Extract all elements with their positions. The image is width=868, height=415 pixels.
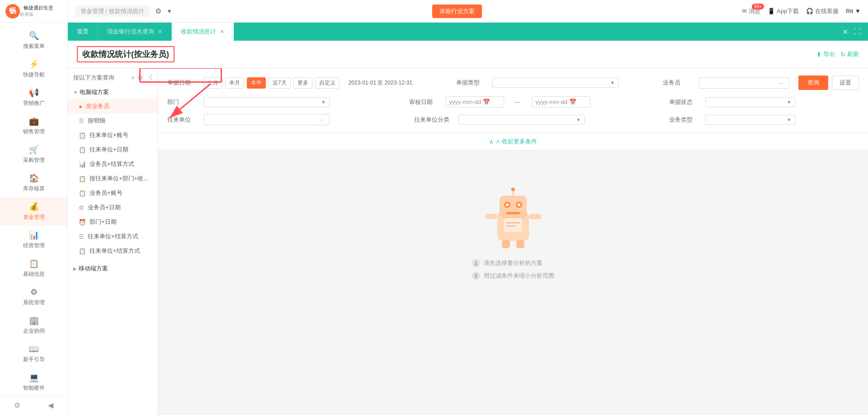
mobile-section-header[interactable]: ▶ 移动端方案 [68, 262, 158, 275]
mobile-schemes-section: ▶ 移动端方案 [68, 262, 158, 275]
scheme-by-staff[interactable]: ● 按业务员 [68, 99, 158, 113]
scheme-unit-account[interactable]: 📋 往来单位+账号 [68, 128, 158, 142]
scheme-by-detail[interactable]: ☰ 按明细 [68, 113, 158, 128]
right-panel: 单据日期 上月 本月 本年 近7天 更多 自定义 2023-01-01 至 [158, 68, 868, 415]
message-badge: 99+ [752, 4, 764, 9]
scheme-by-staff-label: 按业务员 [86, 102, 109, 110]
desktop-section-header[interactable]: ▼ 电脑端方案 [68, 85, 158, 99]
collapse-bar[interactable]: ∧ ∧ 收起更多条件 [158, 133, 868, 151]
date-btn-this-month[interactable]: 本月 [225, 77, 244, 89]
staff-label: 业务员 [663, 79, 690, 87]
topbar-msg[interactable]: ✉ 消息 99+ [742, 7, 760, 15]
tip-text-1: 请先选择要分析的方案 [484, 259, 542, 267]
sidebar-item-system[interactable]: ⚙ 系统管理 [0, 283, 67, 311]
topbar-settings-icon[interactable]: ⚙ [155, 7, 161, 15]
svg-point-10 [511, 188, 515, 191]
staff-select[interactable]: ··· [699, 77, 789, 89]
filter-settings-button[interactable]: 设置 [832, 75, 859, 90]
filter-row-3: 往来单位 ··· 往来单位分类 ▼ 业务类型 [167, 114, 859, 125]
staff-more-icon[interactable]: ··· [778, 80, 783, 86]
scheme-dept-date[interactable]: ⏰ 部门+日期 [68, 215, 158, 229]
sidebar-item-hardware[interactable]: 💻 智能硬件 [0, 368, 67, 395]
date-btn-custom[interactable]: 自定义 [315, 77, 340, 89]
sidebar-settings-btn[interactable]: ⚙ [14, 401, 20, 410]
topbar-right: ✉ 消息 99+ 📱 App下载 🎧 在线客服 Rit ▼ [742, 7, 861, 15]
scheme-unit-dept[interactable]: 📋 按往来单位+部门+收... [68, 171, 158, 186]
sidebar-item-finance[interactable]: 💰 资金管理 [0, 197, 67, 226]
empty-tip-1: 1 请先选择要分析的方案 [472, 259, 554, 267]
empty-robot-svg [477, 187, 549, 250]
trial-button[interactable]: 体验行业方案 [432, 5, 482, 18]
tab-home[interactable]: 首页 [68, 23, 98, 41]
topbar-dropdown-icon[interactable]: ▼ [167, 8, 172, 14]
counterpart-select[interactable]: ··· [203, 114, 330, 125]
section-expand-icon: ▼ [73, 90, 78, 95]
tab-bank[interactable]: 现金银行流水查询 ✕ [98, 23, 172, 41]
sidebar-item-search[interactable]: 🔍 搜索菜单 [0, 26, 67, 55]
sidebar-item-label: 经营管理 [23, 242, 45, 250]
logo-text: 畅捷通好生意 [24, 5, 53, 11]
sidebar-collapse-btn[interactable]: ◀ [48, 401, 53, 410]
topbar-service[interactable]: 🎧 在线客服 [806, 7, 839, 15]
svg-point-7 [518, 203, 520, 206]
tab-close-all-icon[interactable]: ✕ [842, 28, 848, 36]
tab-maximize-icon[interactable]: ⛶ [854, 28, 861, 36]
refresh-button[interactable]: ↻ 刷新 [840, 50, 859, 58]
data-area: 1 请先选择要分析的方案 2 用过滤条件来缩小分析范围 [158, 151, 868, 415]
topbar-user[interactable]: Rit ▼ [846, 8, 861, 14]
scheme-staff-date[interactable]: ⚙ 业务员+日期 [68, 200, 158, 215]
sidebar-item-sales[interactable]: 💼 销售管理 [0, 112, 67, 140]
audit-date-to-input[interactable]: yyyy-mm-dd 📅 [532, 96, 590, 108]
sidebar-item-inventory[interactable]: 🏠 库存核算 [0, 169, 67, 197]
tab-stats[interactable]: 收款情况统计 ✕ [172, 23, 234, 41]
tabs-actions: ✕ ⛶ [842, 28, 868, 36]
scheme-unit-settle2[interactable]: 📋 往来单位+结算方式 [68, 244, 158, 258]
sidebar-item-label: 快捷导航 [23, 71, 45, 79]
sidebar-item-enterprise[interactable]: 🏢 企业协同 [0, 311, 67, 340]
unit-settle2-icon: 📋 [79, 248, 86, 255]
query-button[interactable]: 查询 [798, 75, 828, 90]
tip-text-2: 用过滤条件来缩小分析范围 [484, 272, 554, 280]
sidebar-item-marketing[interactable]: 📢 营销推广 [0, 83, 67, 112]
scheme-unit-date[interactable]: 📋 往来单位+日期 [68, 142, 158, 157]
export-label: 导出 [823, 50, 835, 58]
sidebar-item-guide[interactable]: 📖 新手引导 [0, 340, 67, 368]
scheme-staff-settle[interactable]: 📊 业务员+结算方式 [68, 157, 158, 171]
counterpart-more-icon[interactable]: ··· [319, 116, 324, 123]
dept-select[interactable]: ▼ [203, 97, 330, 107]
biztype-label: 业务类型 [669, 116, 696, 124]
biztype-select[interactable]: ▼ [705, 115, 796, 125]
collapse-icon: ∧ [489, 138, 494, 145]
doctype-select[interactable]: ▼ [492, 78, 619, 88]
topbar-app-download[interactable]: 📱 App下载 [768, 7, 799, 15]
date-btn-7days[interactable]: 近7天 [269, 77, 291, 89]
sidebar-item-label: 库存核算 [23, 185, 45, 193]
guide-icon: 📖 [29, 344, 39, 354]
add-scheme-button[interactable]: + [131, 74, 135, 81]
tab-bank-close[interactable]: ✕ [158, 28, 162, 35]
sidebar-item-operations[interactable]: 📊 经营管理 [0, 226, 67, 254]
sidebar-item-basicinfo[interactable]: 📋 基础信息 [0, 254, 67, 283]
export-button[interactable]: ⬆ 导出 [816, 50, 835, 58]
page-header-actions: ⬆ 导出 ↻ 刷新 [816, 50, 859, 58]
date-btn-last-month[interactable]: 上月 [203, 77, 222, 89]
left-panel: 按以下方案查询 + ⚙ 《 ▼ 电脑端方案 ● 按业务员 [68, 68, 158, 415]
counterpart-category-label: 往来单位分类 [414, 116, 449, 124]
scheme-unit-settle1[interactable]: ☰ 往来单位+结算方式 [68, 229, 158, 244]
user-dropdown-icon: ▼ [855, 8, 861, 14]
audit-date-from-input[interactable]: yyyy-mm-dd 📅 [445, 96, 504, 108]
scheme-unit-settle1-label: 往来单位+结算方式 [88, 232, 138, 241]
sidebar-item-quicknav[interactable]: ⚡ 快捷导航 [0, 55, 67, 83]
collapse-label: ∧ 收起更多条件 [495, 137, 538, 146]
docstatus-select[interactable]: ▼ [705, 97, 796, 107]
scheme-settings-icon[interactable]: ⚙ [137, 74, 143, 81]
sidebar-footer: ⚙ ◀ [0, 395, 67, 415]
sidebar-item-purchase[interactable]: 🛒 采购管理 [0, 140, 67, 169]
collapse-panel-icon[interactable]: 《 [146, 74, 152, 82]
date-btn-more[interactable]: 更多 [293, 77, 312, 89]
sidebar-nav: 🔍 搜索菜单 ⚡ 快捷导航 📢 营销推广 💼 销售管理 🛒 采购管理 🏠 库存核… [0, 23, 67, 395]
counterpart-category-select[interactable]: ▼ [458, 115, 585, 125]
scheme-staff-account[interactable]: 📋 业务员+账号 [68, 186, 158, 200]
tab-stats-close[interactable]: ✕ [220, 28, 224, 35]
date-btn-this-year[interactable]: 本年 [247, 77, 266, 89]
